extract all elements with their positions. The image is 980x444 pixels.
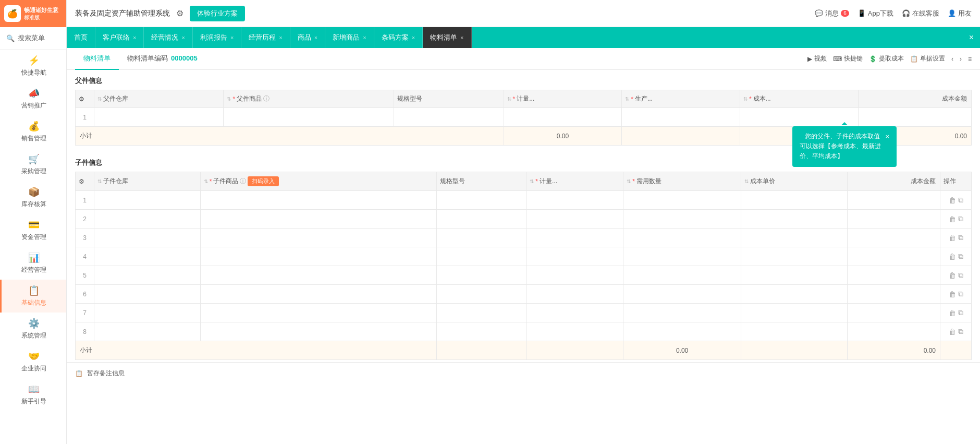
child-qty-cell[interactable] <box>623 322 741 341</box>
copy-icon[interactable]: ⧉ <box>958 308 963 317</box>
child-warehouse-cell[interactable] <box>94 247 201 266</box>
child-spec-cell[interactable] <box>436 229 526 247</box>
nav-close-all[interactable]: × <box>963 33 980 42</box>
child-product-cell[interactable] <box>200 322 436 341</box>
copy-icon[interactable]: ⧉ <box>958 271 963 280</box>
child-spec-cell[interactable] <box>436 322 526 341</box>
sidebar-item-finance[interactable]: 💳 资金管理 <box>0 214 66 247</box>
parent-spec-cell[interactable] <box>394 108 504 127</box>
child-unit-cell[interactable] <box>526 266 623 285</box>
sidebar-item-basic-info[interactable]: 📋 基础信息 <box>0 280 66 313</box>
child-product-cell[interactable] <box>200 210 436 229</box>
delete-icon[interactable]: 🗑 <box>949 309 956 317</box>
child-qty-cell[interactable] <box>623 285 741 304</box>
child-product-cell[interactable] <box>200 266 436 285</box>
child-qty-cell[interactable] <box>623 247 741 266</box>
sidebar-item-sales[interactable]: 💰 销售管理 <box>0 115 66 148</box>
child-unit-cell[interactable] <box>526 191 623 210</box>
parent-cost-cell[interactable] <box>740 108 858 127</box>
search-menu-button[interactable]: 🔍 搜索菜单 <box>4 31 62 45</box>
child-unit-cell[interactable] <box>526 304 623 322</box>
app-download-item[interactable]: 📱 App下载 <box>858 9 893 18</box>
delete-icon[interactable]: 🗑 <box>949 215 956 223</box>
scan-button[interactable]: 扫码录入 <box>248 176 279 186</box>
tab-home[interactable]: 首页 <box>67 27 95 48</box>
close-tab-bom[interactable]: × <box>460 34 463 41</box>
child-col-settings[interactable]: ⚙ <box>76 172 94 191</box>
tab-new-goods[interactable]: 新增商品 × <box>325 27 374 48</box>
child-warehouse-cell[interactable] <box>94 191 201 210</box>
child-qty-cell[interactable] <box>623 229 741 247</box>
copy-icon[interactable]: ⧉ <box>958 233 963 242</box>
child-unit-cost-cell[interactable] <box>741 210 847 229</box>
tab-barcode[interactable]: 条码方案 × <box>374 27 423 48</box>
child-warehouse-cell[interactable] <box>94 304 201 322</box>
delete-icon[interactable]: 🗑 <box>949 196 956 205</box>
message-item[interactable]: 💬 消息 6 <box>815 9 849 18</box>
sidebar-item-enterprise[interactable]: 🤝 企业协同 <box>0 345 66 378</box>
trial-button[interactable]: 体验行业方案 <box>190 6 245 21</box>
sub-tab-bom-list[interactable]: 物料清单 <box>75 48 119 70</box>
extract-cost-action[interactable]: 💲 提取成本 <box>869 54 904 63</box>
sidebar-item-system[interactable]: ⚙️ 系统管理 <box>0 313 66 345</box>
child-warehouse-cell[interactable] <box>94 229 201 247</box>
child-spec-cell[interactable] <box>436 304 526 322</box>
child-unit-cost-cell[interactable] <box>741 304 847 322</box>
close-tab-operations[interactable]: × <box>181 34 185 41</box>
tab-bom[interactable]: 物料清单 × <box>423 27 471 48</box>
delete-icon[interactable]: 🗑 <box>949 290 956 298</box>
tab-history[interactable]: 经营历程 × <box>241 27 290 48</box>
child-warehouse-cell[interactable] <box>94 322 201 341</box>
parent-col-settings[interactable]: ⚙ <box>76 90 94 108</box>
child-product-cell[interactable] <box>200 191 436 210</box>
copy-icon[interactable]: ⧉ <box>958 327 963 336</box>
child-qty-cell[interactable] <box>623 210 741 229</box>
child-unit-cell[interactable] <box>526 247 623 266</box>
child-unit-cell[interactable] <box>526 210 623 229</box>
close-tab-barcode[interactable]: × <box>412 34 415 41</box>
copy-icon[interactable]: ⧉ <box>958 196 963 205</box>
child-unit-cost-cell[interactable] <box>741 266 847 285</box>
child-unit-cost-cell[interactable] <box>741 322 847 341</box>
sidebar-item-guide[interactable]: 📖 新手引导 <box>0 378 66 411</box>
copy-icon[interactable]: ⧉ <box>958 214 963 223</box>
parent-unit-cell[interactable] <box>504 108 622 127</box>
shortcuts-action[interactable]: ⌨ 快捷键 <box>833 54 863 63</box>
child-unit-cell[interactable] <box>526 322 623 341</box>
child-qty-cell[interactable] <box>623 304 741 322</box>
child-unit-cell[interactable] <box>526 229 623 247</box>
child-unit-cost-cell[interactable] <box>741 285 847 304</box>
child-product-cell[interactable] <box>200 229 436 247</box>
tab-goods[interactable]: 商品 × <box>290 27 325 48</box>
online-service-item[interactable]: 🎧 在线客服 <box>902 9 939 18</box>
sidebar-item-operations[interactable]: 📊 经营管理 <box>0 247 66 280</box>
child-spec-cell[interactable] <box>436 210 526 229</box>
copy-icon[interactable]: ⧉ <box>958 290 963 298</box>
single-settings-action[interactable]: 📋 单据设置 <box>910 54 945 63</box>
next-icon[interactable]: › <box>960 55 962 63</box>
parent-warehouse-cell[interactable] <box>94 108 224 127</box>
child-unit-cost-cell[interactable] <box>741 247 847 266</box>
child-warehouse-cell[interactable] <box>94 210 201 229</box>
delete-icon[interactable]: 🗑 <box>949 234 956 242</box>
child-spec-cell[interactable] <box>436 266 526 285</box>
close-tab-history[interactable]: × <box>279 34 282 41</box>
close-tab-profit[interactable]: × <box>230 34 234 41</box>
child-unit-cost-cell[interactable] <box>741 229 847 247</box>
child-spec-cell[interactable] <box>436 247 526 266</box>
tooltip-close-button[interactable]: × <box>885 131 889 142</box>
user-item[interactable]: 👤 用友 <box>948 9 972 18</box>
child-warehouse-cell[interactable] <box>94 285 201 304</box>
tab-customer[interactable]: 客户联络 × <box>95 27 144 48</box>
close-tab-goods[interactable]: × <box>314 34 317 41</box>
child-product-cell[interactable] <box>200 285 436 304</box>
prev-icon[interactable]: ‹ <box>951 55 953 63</box>
sub-tab-bom-code[interactable]: 物料清单编码 0000005 <box>119 48 206 70</box>
sidebar-item-inventory[interactable]: 📦 库存核算 <box>0 181 66 214</box>
tab-operations[interactable]: 经营情况 × <box>144 27 192 48</box>
child-warehouse-cell[interactable] <box>94 266 201 285</box>
view-action[interactable]: ▶ 视频 <box>807 54 827 63</box>
delete-icon[interactable]: 🗑 <box>949 253 956 261</box>
child-product-cell[interactable] <box>200 247 436 266</box>
close-tab-new-goods[interactable]: × <box>363 34 366 41</box>
